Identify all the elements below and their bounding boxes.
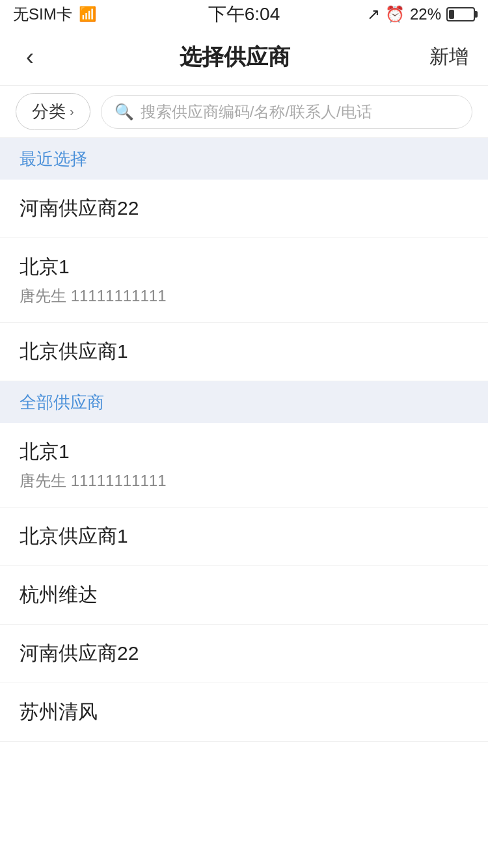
status-right: ↗ ⏰ 22%: [367, 5, 475, 23]
all-items-list: 北京1 唐先生 11111111111 北京供应商1 杭州维达 河南供应商22 …: [0, 423, 488, 742]
filter-bar: 分类 › 🔍 搜索供应商编码/名称/联系人/电话: [0, 86, 488, 138]
item-name: 北京1: [20, 439, 468, 465]
item-contact: 唐先生 11111111111: [20, 470, 468, 491]
search-placeholder: 搜索供应商编码/名称/联系人/电话: [141, 102, 372, 122]
location-icon: ↗: [367, 5, 380, 23]
chevron-right-icon: ›: [70, 104, 74, 119]
carrier-label: 无SIM卡: [13, 4, 72, 25]
alarm-icon: ⏰: [385, 5, 405, 23]
category-filter-button[interactable]: 分类 ›: [16, 93, 90, 130]
item-name: 北京供应商1: [20, 523, 468, 550]
nav-bar: ‹ 选择供应商 新增: [0, 29, 488, 86]
add-button[interactable]: 新增: [429, 44, 468, 70]
status-time: 下午6:04: [208, 2, 280, 27]
battery-icon: [446, 7, 475, 21]
list-item[interactable]: 北京1 唐先生 11111111111: [0, 423, 488, 508]
list-item[interactable]: 河南供应商22: [0, 625, 488, 683]
list-item[interactable]: 杭州维达: [0, 566, 488, 625]
recent-section-header: 最近选择: [0, 138, 488, 180]
list-item[interactable]: 河南供应商22: [0, 180, 488, 238]
item-name: 杭州维达: [20, 582, 468, 608]
recent-items-list: 河南供应商22 北京1 唐先生 11111111111 北京供应商1: [0, 180, 488, 381]
list-item[interactable]: 北京供应商1: [0, 323, 488, 381]
list-item[interactable]: 苏州清风: [0, 683, 488, 742]
list-item[interactable]: 北京1 唐先生 11111111111: [0, 238, 488, 323]
item-contact: 唐先生 11111111111: [20, 286, 468, 306]
wifi-icon: 📶: [79, 6, 96, 23]
search-icon: 🔍: [115, 103, 134, 121]
item-name: 河南供应商22: [20, 640, 468, 667]
item-name: 北京1: [20, 254, 468, 280]
search-box[interactable]: 🔍 搜索供应商编码/名称/联系人/电话: [101, 95, 472, 129]
status-bar: 无SIM卡 📶 下午6:04 ↗ ⏰ 22%: [0, 0, 488, 29]
item-name: 河南供应商22: [20, 195, 468, 222]
list-item[interactable]: 北京供应商1: [0, 508, 488, 566]
item-name: 北京供应商1: [20, 338, 468, 365]
back-button[interactable]: ‹: [20, 37, 40, 77]
all-section-title: 全部供应商: [20, 391, 104, 414]
all-section-header: 全部供应商: [0, 381, 488, 423]
category-label: 分类: [32, 100, 66, 123]
status-left: 无SIM卡 📶: [13, 4, 96, 25]
recent-section-title: 最近选择: [20, 148, 87, 170]
page-title: 选择供应商: [180, 42, 290, 72]
battery-label: 22%: [410, 5, 441, 23]
item-name: 苏州清风: [20, 699, 468, 726]
